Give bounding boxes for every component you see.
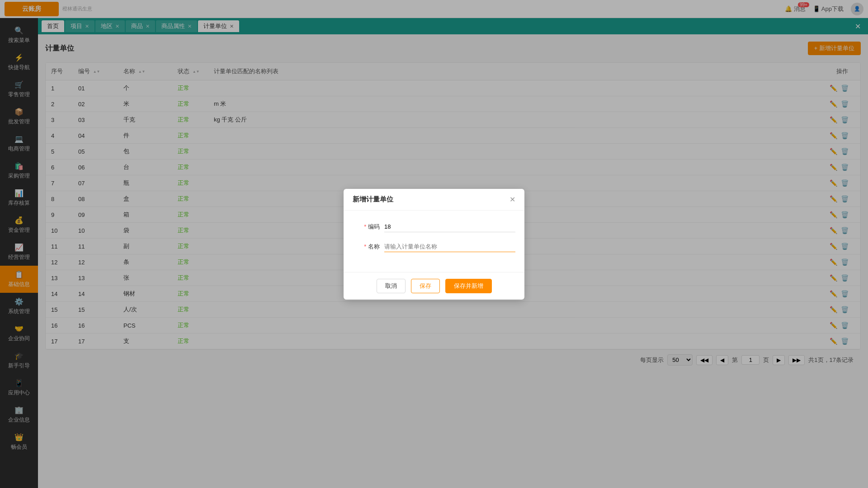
save-and-new-button[interactable]: 保存并新增 (445, 279, 492, 293)
name-input[interactable] (384, 241, 515, 252)
add-unit-modal: 新增计量单位 ✕ * 编码 * 名称 取消 保存 保存并新增 (344, 189, 524, 300)
form-name-label: * 名称 (353, 243, 380, 251)
modal-title: 新增计量单位 (353, 195, 393, 204)
code-input[interactable] (384, 221, 515, 232)
save-button[interactable]: 保存 (411, 279, 440, 293)
modal-body: * 编码 * 名称 (344, 211, 524, 272)
modal-overlay: 新增计量单位 ✕ * 编码 * 名称 取消 保存 保存并新增 (0, 0, 868, 488)
modal-header: 新增计量单位 ✕ (344, 189, 524, 211)
cancel-button[interactable]: 取消 (377, 279, 406, 293)
form-code-label: * 编码 (353, 223, 380, 231)
form-row-name: * 名称 (353, 241, 515, 252)
required-mark-code: * (364, 223, 366, 230)
modal-close-button[interactable]: ✕ (509, 195, 515, 204)
modal-footer: 取消 保存 保存并新增 (344, 272, 524, 300)
form-row-code: * 编码 (353, 221, 515, 232)
required-mark-name: * (364, 243, 366, 250)
